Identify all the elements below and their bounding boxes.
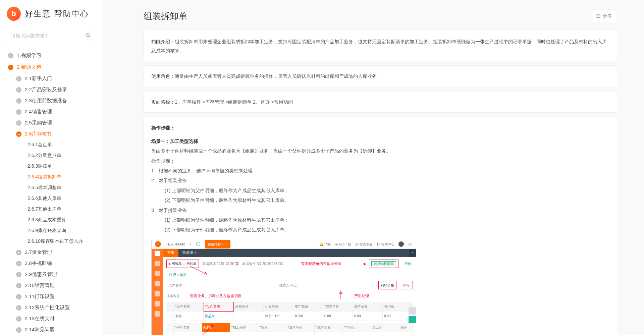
card-path: 页面路径：1、库存核算->库存管理->组装拆卸单 2、首页->常用功能	[144, 91, 617, 113]
arrow-icon: ———————▶	[345, 260, 366, 267]
avatar-icon	[398, 241, 404, 247]
search-icon	[86, 33, 91, 38]
nav-leaf-266[interactable]: 2.6.6其他入库单	[7, 193, 95, 204]
steps-sub: 操作步骤：	[151, 156, 609, 166]
rail-icon	[155, 301, 160, 306]
rail-icon	[155, 291, 160, 296]
plus-icon: +	[16, 120, 21, 126]
embed-parent-table: *父件名称*父件条码规格型号计量单位生产数量*成本单价成本金额可用量 1米桌商品…	[166, 302, 413, 321]
plus-icon: +	[16, 305, 21, 311]
nav-sub-28[interactable]: +2.8手机旺铺	[7, 258, 95, 269]
plus-icon: +	[16, 261, 21, 266]
nav-leaf-262[interactable]: 2.6.2分量盘点单	[7, 150, 95, 161]
annot-switch: 组装业务、拆卸业务在这里切换	[190, 292, 241, 300]
steps-block: 操作步骤： 场景一：加工类型选择 当由多个子件材料组装成一个成品的业务为【组装】…	[144, 117, 617, 335]
page-title: 组装拆卸单	[144, 10, 187, 22]
step-line: (2) 下部明细为子件明细，最终作为原材料生成其它出库单。	[151, 196, 609, 205]
nav-item-docs[interactable]: –2.帮助文档	[7, 61, 95, 73]
nav-tree: +1.视频学习 –2.帮助文档 +2.1新手入门 +2.2产品安装及登录 +2.…	[7, 50, 95, 335]
nav-leaf-268[interactable]: 2.6.8商品成本重算	[7, 215, 95, 225]
minus-icon: –	[16, 131, 21, 137]
embed-form-row2: * 入库仓库 ________ 经办人 张三 到销价格 保存	[163, 281, 416, 292]
nav-sub-214[interactable]: +2.14常见问题	[7, 324, 95, 335]
step-line: (2) 下部明细为子件明细，最终作为产成品生成其它入库单。	[151, 225, 609, 235]
annot-bom: 有装配清单的在这里处理	[301, 260, 341, 268]
embed-tab-home: 首页	[163, 249, 178, 257]
arrow-icon	[190, 266, 210, 276]
rail-icon	[155, 271, 160, 276]
card-intro: 功能介绍：组装拆卸单用来处理企业组装或拆卸等加工业务，支持有固定装配清单的产品加…	[144, 31, 617, 61]
nav-sub-27[interactable]: +2.7资金管理	[7, 247, 95, 258]
float-icon	[409, 316, 416, 323]
embed-float-tools	[409, 307, 416, 323]
nav-leaf-263[interactable]: 2.6.3调拨单	[7, 161, 95, 172]
step-line: 1、根据不同的业务，选择不同单据的类型来处理	[151, 166, 609, 176]
arrow-icon	[334, 290, 347, 299]
rail-icon	[155, 281, 160, 286]
nav-sub-22[interactable]: +2.2产品安装及登录	[7, 84, 95, 95]
nav-sub-24[interactable]: +2.4销售管理	[7, 106, 95, 117]
plus-icon: +	[16, 283, 21, 288]
nav-sub-212[interactable]: +2.12系统个性化设置	[7, 302, 95, 313]
steps-heading: 操作步骤：	[151, 123, 609, 133]
rail-icon	[155, 251, 160, 256]
plus-icon: +	[16, 87, 21, 93]
float-icon	[409, 307, 416, 315]
nav-item-video[interactable]: +1.视频学习	[7, 50, 95, 61]
brand-block: b 好生意 帮助中心	[7, 7, 95, 21]
brand-title: 好生意 帮助中心	[25, 8, 89, 19]
plus-icon: +	[8, 53, 13, 58]
minus-icon: –	[8, 65, 13, 70]
nav-leaf-2610[interactable]: 2.6.10库存账本错了怎么办	[7, 236, 95, 247]
nav-sub-26[interactable]: –2.6库存核算	[7, 128, 95, 139]
nav-sub-25[interactable]: +2.5采购管理	[7, 117, 95, 128]
embed-topbar: TEST-H002 ▾ 我要推荐一下 🔔 消息 ⊕ App下载 ◷ 在线客服 ◐…	[152, 240, 416, 249]
embed-recommend-btn: 我要推荐一下	[205, 240, 230, 248]
main: 组装拆卸单 分享 功能介绍：组装拆卸单用来处理企业组装或拆卸等加工业务，支持有固…	[102, 0, 644, 335]
nav-sub-21[interactable]: +2.1新手入门	[7, 73, 95, 84]
arrow-icon	[199, 323, 215, 335]
plus-icon: +	[16, 98, 21, 104]
rail-icon	[155, 261, 160, 266]
plus-icon: +	[16, 294, 21, 299]
search-box[interactable]	[7, 29, 95, 42]
scenario-desc: 当由多个子件材料组装成一个成品的业务为【组装】业务，当由一个父件拆分成多个子产品…	[151, 146, 609, 156]
svg-point-0	[86, 34, 89, 37]
nav-leaf-261[interactable]: 2.6.1盘点单	[7, 139, 95, 150]
step-line: (1) 上部明细为父件明细，最终作为产成品生成其它入库单；	[151, 186, 609, 196]
plus-icon: +	[16, 272, 21, 277]
nav-sub-23[interactable]: +2.3使用前数据准备	[7, 95, 95, 106]
card-role: 使用角色：通常由生产人员或库管人员完成拆装业务的操作，库管人员确认原材料的出库和…	[144, 65, 617, 87]
plus-icon: +	[16, 327, 21, 333]
share-label: 分享	[603, 13, 612, 19]
step-line: 3、对于拆装业务	[151, 206, 609, 215]
nav-sub-213[interactable]: +2.13在线支付	[7, 313, 95, 324]
nav-leaf-269[interactable]: 2.6.9库存账本查询	[7, 225, 95, 236]
embedded-screenshot: TEST-H002 ▾ 我要推荐一下 🔔 消息 ⊕ App下载 ◷ 在线客服 ◐…	[151, 240, 416, 335]
embed-tab-close-icon: ×	[409, 249, 416, 257]
annot-green-wrap: 选择物料清单	[369, 260, 398, 268]
nav-sub-29[interactable]: +2.9优惠券管理	[7, 269, 95, 280]
annot-fee: 费用处理	[354, 292, 369, 300]
annot-fee-box: 到销价格	[378, 281, 396, 289]
share-button[interactable]: 分享	[591, 10, 617, 22]
embed-save-btn: 保存	[400, 281, 413, 289]
step-line: 2、对于组装业务	[151, 176, 609, 185]
brand-logo-icon: b	[7, 7, 21, 21]
nav-sub-210[interactable]: +2.10经营管理	[7, 280, 95, 291]
embed-logo-icon	[155, 241, 161, 247]
nav-leaf-265[interactable]: 2.6.5成本调整单	[7, 182, 95, 193]
search-input[interactable]	[11, 33, 86, 38]
plus-icon: +	[16, 250, 21, 255]
embed-left-rail	[152, 249, 163, 335]
nav-sub-211[interactable]: +2.11打印设置	[7, 291, 95, 302]
plus-icon: +	[16, 316, 21, 322]
svg-line-1	[89, 36, 90, 38]
plus-icon: +	[16, 109, 21, 115]
nav-leaf-264[interactable]: 2.6.4组装拆卸单	[7, 172, 95, 182]
scenario-title: 场景一：加工类型选择	[151, 136, 609, 146]
step-line: (1) 上部明细为父件明细，最终作为原材料生成其它出库单；	[151, 215, 609, 225]
share-icon	[596, 14, 601, 18]
embed-account: TEST-H002	[166, 240, 185, 248]
nav-leaf-267[interactable]: 2.6.7其他出库单	[7, 204, 95, 215]
